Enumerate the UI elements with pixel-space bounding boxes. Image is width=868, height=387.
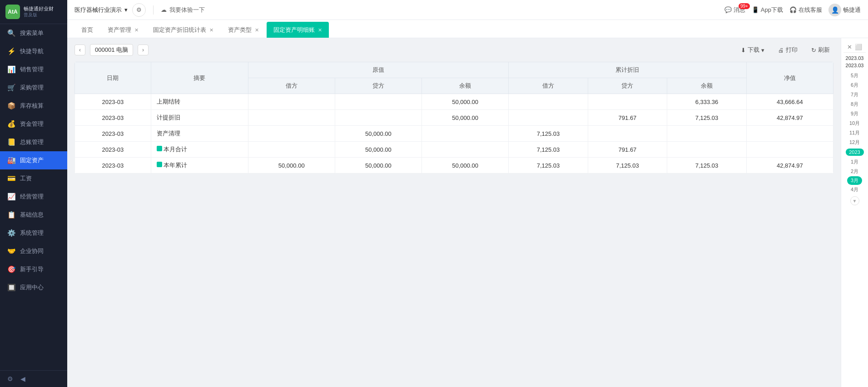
company-selector[interactable]: 医疗器械行业演示 ▾ <box>74 6 128 14</box>
settings-icon[interactable]: ⚙ <box>7 375 13 382</box>
tab-depreciation[interactable]: 固定资产折旧统计表 ✕ <box>146 22 220 38</box>
topbar-settings-btn[interactable]: ⚙ <box>132 3 146 17</box>
message-btn[interactable]: 💬 消息 99+ <box>724 6 745 14</box>
tl-month-6月[interactable]: 6月 <box>849 80 860 90</box>
sidebar-item-guide[interactable]: 🎯 新手引导 <box>0 260 67 278</box>
sidebar-item-purchase[interactable]: 🛒 采购管理 <box>0 79 67 97</box>
print-label: 打印 <box>786 46 798 54</box>
sidebar-item-purchase-label: 采购管理 <box>20 84 44 92</box>
data-table-container: 日期 摘要 原值 累计折旧 净值 借方 贷方 余额 借方 贷方 余额 <box>74 62 833 174</box>
tl-year-2023: 2023 <box>846 149 864 156</box>
cell-orig-credit: 50,000.00 <box>335 142 422 158</box>
app-download-btn[interactable]: 📱 App下载 <box>752 6 783 14</box>
download-btn[interactable]: ⬇ 下载 ▾ <box>737 44 768 56</box>
tab-asset-mgmt[interactable]: 资产管理 ✕ <box>101 22 145 38</box>
sidebar-item-funds-label: 资金管理 <box>20 120 44 128</box>
apps-icon: 🔲 <box>7 283 15 292</box>
tl-collapse-btn[interactable]: ▼ <box>850 196 859 205</box>
experience-btn[interactable]: ☁ 我要体验一下 <box>161 6 205 14</box>
tl-month-2月[interactable]: 2月 <box>847 167 862 176</box>
tab-asset-type-close[interactable]: ✕ <box>255 27 259 33</box>
col-accum-group: 累计折旧 <box>509 62 747 78</box>
tl-month-4月[interactable]: 4月 <box>847 185 862 194</box>
sidebar-item-payroll[interactable]: 💳 工资 <box>0 169 67 188</box>
tl-header-1: 2023.03 <box>846 55 864 62</box>
tl-month-5月[interactable]: 5月 <box>849 71 860 80</box>
sidebar-item-search-label: 搜索菜单 <box>20 29 44 37</box>
cell-net-value <box>746 126 833 142</box>
sidebar-item-payroll-label: 工资 <box>20 174 32 183</box>
sidebar-item-coop[interactable]: 🤝 企业协同 <box>0 242 67 260</box>
next-asset-btn[interactable]: › <box>138 45 149 55</box>
cell-accum-credit <box>588 126 667 142</box>
tl-month-11月[interactable]: 11月 <box>849 128 860 138</box>
panel-expand-btn[interactable]: ⬜ <box>855 44 862 50</box>
tab-depreciation-label: 固定资产折旧统计表 <box>153 26 206 34</box>
cell-orig-balance <box>422 142 509 158</box>
print-btn[interactable]: 🖨 打印 <box>774 44 801 56</box>
customer-service-btn[interactable]: 🎧 在线客服 <box>789 6 822 14</box>
tl-month-7月[interactable]: 7月 <box>849 90 860 99</box>
tl-month-9月[interactable]: 9月 <box>849 109 860 119</box>
prev-asset-btn[interactable]: ‹ <box>74 45 85 55</box>
sidebar-item-system[interactable]: ⚙️ 系统管理 <box>0 224 67 242</box>
cell-summary: 本年累计 <box>151 158 248 174</box>
tl-month-8月[interactable]: 8月 <box>849 99 860 109</box>
user-avatar: 👤 <box>828 4 841 16</box>
cloud-icon: ☁ <box>161 6 167 13</box>
cell-orig-balance: 50,000.00 <box>422 94 509 110</box>
tl-month-10月[interactable]: 10月 <box>849 119 860 128</box>
company-name: 医疗器械行业演示 <box>74 6 122 14</box>
guide-icon: 🎯 <box>7 265 15 273</box>
col-accum-credit: 贷方 <box>588 78 667 94</box>
collapse-icon[interactable]: ◀ <box>20 375 25 382</box>
tab-asset-detail-close[interactable]: ✕ <box>318 27 322 33</box>
tl-month-12月[interactable]: 12月 <box>849 138 860 147</box>
sidebar-item-quicknav[interactable]: ⚡ 快捷导航 <box>0 42 67 60</box>
sidebar-item-ledger[interactable]: 📒 总账管理 <box>0 133 67 151</box>
print-icon: 🖨 <box>778 47 784 54</box>
cell-accum-debit: 7,125.03 <box>509 126 588 142</box>
cell-orig-debit <box>248 110 335 126</box>
tab-depreciation-close[interactable]: ✕ <box>209 27 213 33</box>
cell-accum-debit: 7,125.03 <box>509 142 588 158</box>
current-asset-badge: 000001 电脑 <box>90 44 133 56</box>
sidebar: AtA 畅捷通好业财 普及版 🔍 搜索菜单 ⚡ 快捷导航 📊 销售管理 🛒 采购… <box>0 0 67 387</box>
cell-accum-credit: 791.67 <box>588 142 667 158</box>
cell-net-value: 42,874.97 <box>746 158 833 174</box>
basic-icon: 📋 <box>7 211 15 219</box>
sidebar-item-coop-label: 企业协同 <box>20 247 44 255</box>
service-label: 在线客服 <box>799 6 822 14</box>
cell-date: 2023-03 <box>75 158 151 174</box>
sales-icon: 📊 <box>7 65 15 74</box>
cell-accum-debit: 7,125.03 <box>509 158 588 174</box>
tl-month-1月[interactable]: 1月 <box>847 157 862 167</box>
sidebar-item-apps[interactable]: 🔲 应用中心 <box>0 278 67 297</box>
tab-asset-mgmt-close[interactable]: ✕ <box>134 27 139 33</box>
tab-home[interactable]: 首页 <box>74 22 100 38</box>
tab-asset-detail[interactable]: 固定资产明细账 ✕ <box>267 22 329 38</box>
refresh-label: 刷新 <box>818 46 830 54</box>
sidebar-item-funds[interactable]: 💰 资金管理 <box>0 115 67 133</box>
sidebar-item-fixed[interactable]: 🏭 固定资产 <box>0 151 67 169</box>
tabbar: 首页 资产管理 ✕ 固定资产折旧统计表 ✕ 资产类型 ✕ 固定资产明细账 ✕ <box>67 20 868 38</box>
sidebar-item-basic[interactable]: 📋 基础信息 <box>0 206 67 224</box>
refresh-btn[interactable]: ↻ 刷新 <box>808 44 833 56</box>
sidebar-item-inventory[interactable]: 📦 库存核算 <box>0 97 67 115</box>
tab-asset-detail-label: 固定资产明细账 <box>273 26 315 34</box>
cell-orig-balance: 50,000.00 <box>422 110 509 126</box>
sidebar-item-ops[interactable]: 📈 经营管理 <box>0 188 67 206</box>
tab-asset-type[interactable]: 资产类型 ✕ <box>221 22 266 38</box>
col-net-value: 净值 <box>746 62 833 94</box>
timeline-panel: ✕ ⬜ 2023.03 2023.03 5月6月7月8月9月10月11月12月 … <box>841 38 868 387</box>
logo-subtitle: 普及版 <box>24 12 54 18</box>
system-icon: ⚙️ <box>7 229 15 237</box>
sidebar-item-system-label: 系统管理 <box>20 229 44 237</box>
user-menu[interactable]: 👤 畅捷通 <box>828 4 861 16</box>
panel-close-btn[interactable]: ✕ <box>847 44 852 50</box>
sidebar-item-sales[interactable]: 📊 销售管理 <box>0 60 67 79</box>
cell-orig-credit <box>335 94 422 110</box>
tl-month-3月[interactable]: 3月 <box>847 176 862 185</box>
sidebar-item-search[interactable]: 🔍 搜索菜单 <box>0 24 67 42</box>
quicknav-icon: ⚡ <box>7 47 15 55</box>
